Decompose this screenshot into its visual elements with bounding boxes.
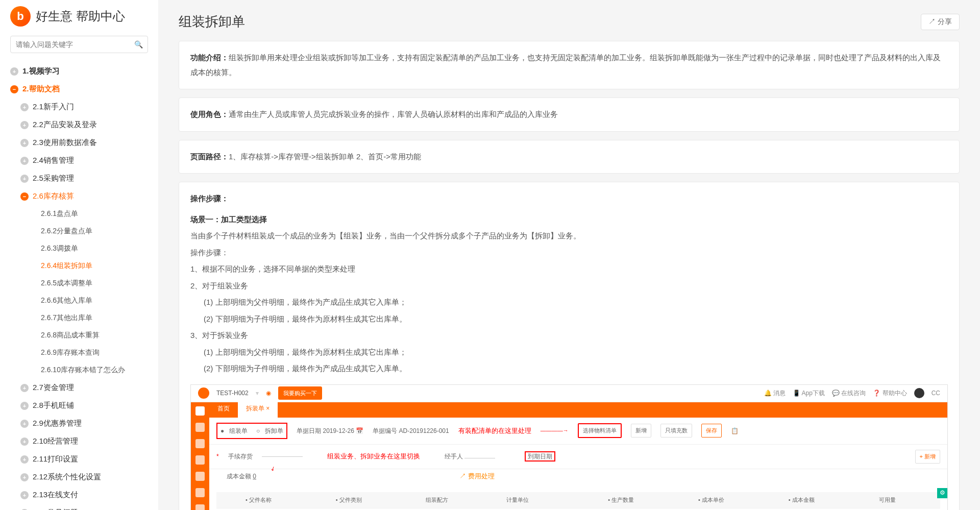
main-content: 组装拆卸单 ↗ 分享 功能介绍：组装拆卸单用来处理企业组装或拆卸等加工业务，支持… [158, 0, 980, 510]
share-button[interactable]: ↗ 分享 [921, 14, 960, 30]
ss-select-bom: 选择物料清单 [578, 423, 622, 438]
parent-table: • 父件名称• 父件类别组装配方计量单位• 生产数量• 成本单价• 成本金额可用… [216, 492, 940, 510]
path-label: 页面路径： [190, 152, 229, 161]
nav-2-6-5[interactable]: 2.6.5成本调整单 [10, 275, 148, 292]
step-2: 2、对于组装业务 [190, 279, 948, 294]
role-card: 使用角色：通常由生产人员或库管人员完成拆装业务的操作，库管人员确认原材料的出库和… [179, 98, 960, 132]
expand-icon: + [20, 420, 29, 428]
nav-2-7[interactable]: +2.7资金管理 [10, 379, 148, 397]
expand-icon: + [20, 139, 29, 147]
role-text: 通常由生产人员或库管人员完成拆装业务的操作，库管人员确认原材料的出库和产成品的入… [229, 110, 558, 118]
expand-icon: + [20, 473, 29, 481]
ss-topbar: TEST-H002 ▾ ◉ 我要购买一下 🔔 消息 📱 App下载 💬 在线咨询… [191, 385, 947, 402]
nav-2-6-1[interactable]: 2.6.1盘点单 [10, 205, 148, 223]
ss-side-nav [191, 402, 209, 511]
intro-card: 功能介绍：组装拆卸单用来处理企业组装或拆卸等加工业务，支持有固定装配清单的产品加… [179, 41, 960, 89]
settings-icon: ⚙ [937, 488, 947, 498]
ss-note1: 有装配清单的在这里处理 [458, 425, 531, 438]
ss-tab-home: 首页 [209, 400, 238, 418]
expand-icon: + [20, 384, 29, 392]
search-container: 🔍 [10, 36, 148, 53]
nav-2-11[interactable]: +2.11打印设置 [10, 450, 148, 468]
nav-2-13[interactable]: +2.13在线支付 [10, 486, 148, 504]
step-2b: (2) 下部明细为子件明细，最终作为原材料生成其它出库单。 [190, 312, 948, 327]
nav-video[interactable]: +1.视频学习 [10, 62, 148, 80]
nav-2-8[interactable]: +2.8手机旺铺 [10, 397, 148, 415]
step-3a: (1) 上部明细为父件明细，最终作为原材料生成其它出库单； [190, 345, 948, 360]
collapse-icon: − [10, 85, 18, 93]
nav-2-6-6[interactable]: 2.6.6其他入库单 [10, 292, 148, 309]
brand: b 好生意 帮助中心 [10, 6, 148, 27]
nav-docs[interactable]: −2.帮助文档 [10, 80, 148, 98]
ss-try-button: 我要购买一下 [278, 386, 322, 400]
nav-2-14[interactable]: +2.14常见问题 [10, 504, 148, 510]
nav-2-6-4[interactable]: 2.6.4组装拆卸单 [10, 257, 148, 275]
expand-icon: + [20, 121, 29, 129]
step-3: 3、对于拆装业务 [190, 328, 948, 343]
expand-icon: + [20, 175, 29, 183]
page-title: 组装拆卸单 [179, 13, 245, 31]
step-3b: (2) 下部明细为子件明细，最终作为产成品生成其它入库单。 [190, 361, 948, 376]
steps-card: 操作步骤： 场景一：加工类型选择 当由多个子件材料组装成一个成品的业务为【组装】… [179, 182, 960, 510]
nav-2-2[interactable]: +2.2产品安装及登录 [10, 116, 148, 134]
step-1: 1、根据不同的业务，选择不同单据的类型来处理 [190, 262, 948, 277]
ss-note2: 组装业务、拆卸业务在这里切换 [327, 450, 420, 463]
expand-icon: + [20, 438, 29, 446]
nav-icon [195, 488, 205, 497]
ss-company: TEST-H002 [216, 387, 249, 399]
intro-label: 功能介绍： [190, 53, 229, 62]
path-card: 页面路径：1、库存核算->库存管理->组装拆卸单 2、首页->常用功能 [179, 140, 960, 174]
step-2a: (1) 上部明细为父件明细，最终作为产成品生成其它入库单； [190, 295, 948, 310]
nav-2-6-3[interactable]: 2.6.3调拨单 [10, 240, 148, 257]
logo-icon: b [10, 6, 31, 27]
ss-note3: ↗ 费用处理 [459, 470, 495, 483]
ss-tab-form: 拆装单 × [238, 400, 278, 418]
expand-icon: + [20, 157, 29, 165]
collapse-icon: − [20, 192, 29, 201]
nav-2-3[interactable]: +2.3使用前数据准备 [10, 134, 148, 152]
nav-2-9[interactable]: +2.9优惠券管理 [10, 415, 148, 432]
search-input[interactable] [10, 36, 148, 53]
nav-2-1[interactable]: +2.1新手入门 [10, 98, 148, 116]
nav-2-6-8[interactable]: 2.6.8商品成本重算 [10, 327, 148, 344]
path-text: 1、库存核算->库存管理->组装拆卸单 2、首页->常用功能 [229, 152, 421, 161]
nav-icon [195, 504, 205, 511]
nav-icon [195, 472, 205, 481]
scene-desc: 当由多个子件材料组装成一个成品的业务为【组装】业务，当由一个父件拆分成多个子产品… [190, 229, 948, 244]
ss-logo-icon [198, 387, 209, 399]
nav-2-5[interactable]: +2.5采购管理 [10, 169, 148, 187]
expand-icon: + [20, 491, 29, 499]
steps-title: 操作步骤： [190, 191, 948, 206]
nav-2-6-9[interactable]: 2.6.9库存账本查询 [10, 344, 148, 361]
nav-2-6-7[interactable]: 2.6.7其他出库单 [10, 309, 148, 327]
embedded-screenshot: TEST-H002 ▾ ◉ 我要购买一下 🔔 消息 📱 App下载 💬 在线咨询… [190, 384, 948, 511]
nav-icon [195, 439, 205, 448]
search-icon[interactable]: 🔍 [134, 40, 143, 48]
nav-icon [195, 423, 205, 432]
nav-2-6[interactable]: −2.6库存核算 [10, 187, 148, 205]
role-label: 使用角色： [190, 110, 229, 118]
home-icon [195, 406, 205, 416]
nav-2-6-10[interactable]: 2.6.10库存账本错了怎么办 [10, 361, 148, 379]
scene-title: 场景一：加工类型选择 [190, 212, 948, 227]
intro-text: 组装拆卸单用来处理企业组装或拆卸等加工业务，支持有固定装配清单的产品加工业务，也… [190, 53, 941, 77]
nav-2-12[interactable]: +2.12系统个性化设置 [10, 468, 148, 486]
step-sub: 操作步骤： [190, 246, 948, 260]
sidebar: b 好生意 帮助中心 🔍 +1.视频学习 −2.帮助文档 +2.1新手入门 +2… [0, 0, 158, 510]
nav-2-4[interactable]: +2.4销售管理 [10, 152, 148, 169]
brand-text: 好生意 帮助中心 [36, 8, 125, 25]
expand-icon: + [10, 67, 18, 76]
expand-icon: + [20, 103, 29, 111]
ss-type-radio: ● 组装单 ○ 拆卸单 [216, 423, 287, 440]
expand-icon: + [20, 402, 29, 410]
nav-icon [195, 455, 205, 465]
expand-icon: + [20, 455, 29, 464]
nav-2-10[interactable]: +2.10经营管理 [10, 432, 148, 450]
nav-2-6-2[interactable]: 2.6.2分量盘点单 [10, 223, 148, 240]
ss-tabs: 首页 拆装单 × [209, 402, 947, 418]
